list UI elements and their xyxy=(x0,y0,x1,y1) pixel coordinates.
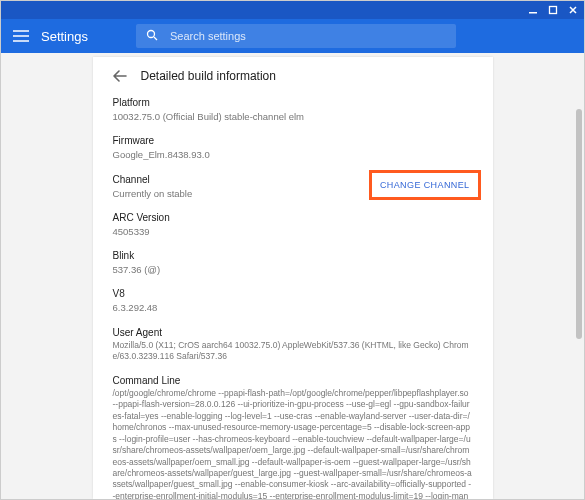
search-input[interactable] xyxy=(168,29,446,43)
arc-label: ARC Version xyxy=(113,212,473,223)
svg-point-2 xyxy=(147,30,154,37)
platform-value: 10032.75.0 (Official Build) stable-chann… xyxy=(113,110,473,123)
firmware-value: Google_Elm.8438.93.0 xyxy=(113,148,473,161)
blink-label: Blink xyxy=(113,250,473,261)
maximize-icon[interactable] xyxy=(548,5,558,15)
close-icon[interactable] xyxy=(568,5,578,15)
firmware-label: Firmware xyxy=(113,135,473,146)
svg-rect-0 xyxy=(529,12,537,14)
window-titlebar xyxy=(1,1,584,19)
page-title: Detailed build information xyxy=(141,69,276,83)
cmdline-value: /opt/google/chrome/chrome --ppapi-flash-… xyxy=(113,388,473,499)
menu-icon[interactable] xyxy=(1,30,41,42)
change-channel-button[interactable]: CHANGE CHANNEL xyxy=(369,170,481,200)
v8-label: V8 xyxy=(113,288,473,299)
svg-rect-1 xyxy=(550,7,557,14)
scrollbar-thumb[interactable] xyxy=(576,109,582,339)
platform-label: Platform xyxy=(113,97,473,108)
scrollbar-track[interactable] xyxy=(576,109,582,499)
user-agent-value: Mozilla/5.0 (X11; CrOS aarch64 10032.75.… xyxy=(113,340,473,363)
v8-value: 6.3.292.48 xyxy=(113,301,473,314)
search-box[interactable] xyxy=(136,24,456,48)
search-icon xyxy=(146,29,158,44)
content-area: Detailed build information Platform 1003… xyxy=(1,53,584,499)
app-header: Settings xyxy=(1,19,584,53)
back-icon[interactable] xyxy=(113,69,127,83)
detail-card: Detailed build information Platform 1003… xyxy=(93,57,493,499)
user-agent-label: User Agent xyxy=(113,327,473,338)
minimize-icon[interactable] xyxy=(528,5,538,15)
cmdline-label: Command Line xyxy=(113,375,473,386)
app-title: Settings xyxy=(41,29,88,44)
arc-value: 4505339 xyxy=(113,225,473,238)
blink-value: 537.36 (@) xyxy=(113,263,473,276)
